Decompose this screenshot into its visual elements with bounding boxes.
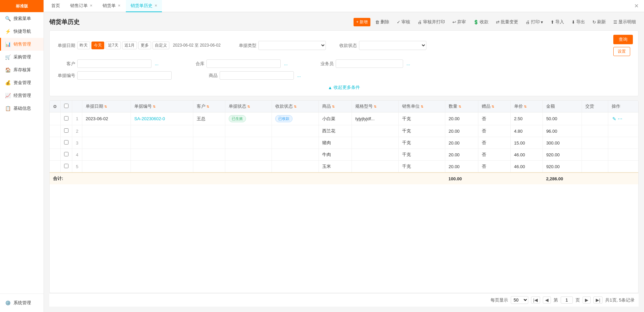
th-date[interactable]: 单据日期 ⇅ [82,101,131,112]
th-paymentstatus[interactable]: 收款状态 ⇅ [272,101,318,112]
review-button[interactable]: ✓ 审核 [394,18,413,26]
import-button[interactable]: ⬆ 导入 [548,18,567,26]
row-no: 3 [72,137,82,149]
tab-sales-delivery-close[interactable]: ✕ [118,4,120,7]
date-btn-yesterday[interactable]: 昨天 [77,42,90,49]
tab-home[interactable]: 首页 [47,0,65,12]
filter-doctype-select[interactable] [258,41,326,50]
edit-icon[interactable]: ✎ [612,115,617,122]
filter-warehouse-ellipsis[interactable]: ... [284,61,288,66]
sidebar-item-sysmgmt[interactable]: ⚙️ 系统管理 [0,296,44,309]
filter-goods-ellipsis[interactable]: ... [297,73,301,78]
last-page-btn[interactable]: ▶| [593,296,603,304]
settings-button[interactable]: 设置 [613,47,630,56]
th-qty[interactable]: 数量 ⇅ [445,101,478,112]
row-docstatus: 已生效 [225,112,272,125]
sidebar-item-label: 经营管理 [13,93,31,99]
filter-warehouse-field: 合库 ... [184,59,288,68]
sidebar-item-operations[interactable]: 📈 经营管理 [0,89,44,102]
refresh-button[interactable]: ↻ 刷新 [590,18,609,26]
tab-sales-history[interactable]: 销货单历史 ✕ [126,0,162,12]
delete-button[interactable]: 🗑 删除 [372,18,392,26]
th-unitprice[interactable]: 单价 ⇅ [510,101,542,112]
date-btn-today[interactable]: 今天 [91,42,104,49]
filter-date-label: 单据日期 [55,43,75,49]
sidebar-item-basicinfo[interactable]: 📋 基础信息 [0,102,44,115]
row-no: 5 [72,161,82,173]
show-detail-button[interactable]: ☰ 显示明细 [611,18,639,26]
payment-badge: 已收款 [275,115,292,122]
sidebar-item-purchase[interactable]: 🛒 采购管理 [0,51,44,63]
collect-button[interactable]: 💲 收款 [471,18,491,26]
prev-page-btn[interactable]: ◀ [543,296,551,304]
th-unit[interactable]: 销售单位 ⇅ [398,101,445,112]
row-docstatus [225,161,272,173]
row-checkbox[interactable] [64,152,68,156]
filter-salesperson-ellipsis[interactable]: ... [407,61,410,66]
first-page-btn[interactable]: |◀ [531,296,540,304]
row-docno[interactable]: SA-20230602-0 [131,112,193,125]
th-docno[interactable]: 单据编号 ⇅ [131,101,193,112]
filter-payment-select[interactable] [359,41,426,50]
th-goods[interactable]: 商品 ⇅ [318,101,352,112]
tabs-close-all[interactable]: ✕ [632,3,641,9]
date-btn-1month[interactable]: 近1月 [122,42,137,49]
row-gear [50,125,61,137]
print-button[interactable]: 🖨 打印 ▾ [523,18,546,26]
tab-sales-delivery[interactable]: 销货单 ✕ [98,0,125,12]
row-docno [131,137,193,149]
date-range-btns: 昨天 今天 近7天 近1月 更多 自定义 [77,42,169,49]
query-button[interactable]: 查询 [613,35,633,44]
sort-docno-icon: ⇅ [153,105,156,108]
date-btn-more[interactable]: 更多 [138,42,151,49]
filter-docno-label: 单据编号 [55,73,75,79]
page-input[interactable] [561,296,573,304]
page-content: 销货单历史 + 新增 🗑 删除 ✓ 审核 🖨 审核并打印 ↩ 弃审 [44,12,644,312]
abandon-button[interactable]: ↩ 弃审 [450,18,469,26]
th-docstatus[interactable]: 单据状态 ⇅ [225,101,272,112]
filter-customer-input[interactable] [77,59,151,68]
filter-customer-ellipsis[interactable]: ... [155,61,159,66]
row-date [82,161,131,173]
th-customer[interactable]: 客户 ⇅ [193,101,225,112]
row-checkbox[interactable] [64,128,68,133]
sidebar-item-quicknav[interactable]: ⚡ 快捷导航 [0,25,44,38]
row-checkbox[interactable] [64,116,68,121]
th-gear[interactable]: ⚙ [50,101,61,112]
th-spec[interactable]: 规格型号 ⇅ [352,101,398,112]
filter-salesperson-input[interactable] [336,59,403,68]
new-button[interactable]: + 新增 [354,18,370,26]
th-gift[interactable]: 赠品 ⇅ [478,101,510,112]
quick-icon: ⚡ [5,29,11,34]
more-icon[interactable]: ⋯ [617,115,623,122]
review-print-button[interactable]: 🖨 审核并打印 [415,18,448,26]
date-btn-custom[interactable]: 自定义 [152,42,169,49]
export-button[interactable]: ⬇ 导出 [569,18,588,26]
row-checkbox[interactable] [64,140,68,145]
summary-qty: 100.00 [445,173,478,184]
tab-sales-order[interactable]: 销售订单 ✕ [65,0,97,12]
per-page-select[interactable]: 50 20 100 [511,296,528,304]
select-all-checkbox[interactable] [64,104,68,108]
collapse-button[interactable]: ▲ 收起更多条件 [55,83,633,92]
row-transaction [582,149,608,161]
filter-warehouse-input[interactable] [206,59,281,68]
table-row: 5 玉米 千克 20.00 否 46.00 920.00 [50,161,638,173]
row-gift: 否 [478,137,510,149]
summary-empty4 [582,173,638,184]
next-page-btn[interactable]: ▶ [583,296,591,304]
row-checkbox[interactable] [64,164,68,168]
filter-goods-input[interactable] [220,71,294,80]
table-row: 1 2023-06-02 SA-20230602-0 王总 已生效 已收款 小白… [50,112,638,125]
sidebar-item-inventory[interactable]: 🏠 库存核算 [0,63,44,76]
tab-sales-order-close[interactable]: ✕ [90,4,92,7]
sidebar-item-label: 库存核算 [13,67,31,73]
date-btn-7days[interactable]: 近7天 [106,42,121,49]
filter-salesperson-label: 业务员 [313,61,334,67]
sidebar-item-search[interactable]: 🔍 搜索菜单 [0,12,44,25]
batch-change-button[interactable]: ⇄ 批量变更 [493,18,521,26]
sidebar-item-sales[interactable]: 📊 销售管理 [0,38,44,51]
filter-docno-input[interactable] [77,71,172,80]
sidebar-item-finance[interactable]: 💰 资金管理 [0,76,44,89]
tab-sales-history-close[interactable]: ✕ [155,4,157,7]
